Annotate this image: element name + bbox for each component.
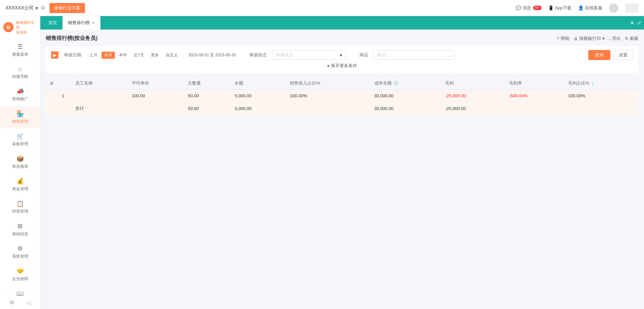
footer-settings: [46, 102, 58, 115]
template-print-button[interactable]: 🖨 按模板打印 ▾: [573, 36, 605, 42]
table-header-row: ⚙ 员工名称 平均单价 主数量 全额 销售收入占比% 成本全额 ⓘ: [46, 77, 639, 90]
col-avg-price: 平均单价: [128, 77, 184, 90]
refresh-label: 刷新: [630, 36, 639, 42]
sidebar-item-operations[interactable]: 📋 经营管理: [0, 196, 40, 218]
sidebar-item-marketing[interactable]: 📣 营销推广: [0, 84, 40, 106]
query-button[interactable]: 查询: [588, 50, 610, 60]
app-download-button[interactable]: 📱 App下载: [548, 5, 571, 11]
sidebar-item-search[interactable]: ☰ 搜索菜单: [0, 39, 40, 61]
expand-more-button[interactable]: ▾ 展开更多条件: [51, 63, 633, 69]
table-footer-row: 合计 50.00 5,000.00 30,000.00 -25,000.00: [46, 102, 639, 115]
col-rank: [58, 77, 71, 90]
sidebar-logo: 畅 畅康通好生意 标准版: [0, 16, 40, 39]
enterprise-icon: 🤝: [16, 267, 24, 275]
message-badge: 99+: [533, 6, 542, 10]
company-name: XXXXXX公司: [5, 5, 34, 11]
sidebar-item-sales[interactable]: 🏪 销售管理: [0, 106, 40, 128]
status-select[interactable]: 单据状态 ▾: [272, 50, 346, 60]
footer-gross-rate: [505, 102, 564, 115]
row-sales-pct: 100.00%: [286, 90, 370, 102]
expand-chevron-icon: ▾: [327, 63, 330, 68]
sidebar-collapse-button[interactable]: ◁: [27, 299, 31, 306]
sidebar-item-label: 营销推广: [12, 96, 28, 102]
home-icon: ⌂: [18, 65, 22, 72]
date-tab-more[interactable]: 更多: [148, 52, 162, 59]
page-header: 销售排行榜(按业务员) ? 帮助 🖨 按模板打印 ▾ ↓: [46, 35, 639, 42]
page-title: 销售排行榜(按业务员): [46, 35, 98, 42]
tab-close-icon[interactable]: ✕: [92, 20, 95, 25]
tab-sales-rank-label: 销售排行榜: [68, 20, 90, 26]
logo-icon: 畅: [3, 21, 14, 33]
col-cost: 成本全额 ⓘ: [370, 77, 441, 90]
logo-text: 畅康通好生意 标准版: [16, 20, 37, 35]
export-icon: ↓: [609, 36, 611, 41]
print-chevron-icon: ▾: [602, 36, 605, 41]
app-download-label: App下载: [555, 5, 571, 11]
sidebar-item-system[interactable]: ⚙ 系统管理: [0, 241, 40, 263]
footer-gross-pct: [564, 102, 639, 115]
refresh-button[interactable]: ↻ 刷新: [625, 36, 639, 42]
date-tab-7days[interactable]: 近7天: [131, 52, 147, 59]
system-icon: ⚙: [17, 245, 23, 252]
export-label: 导出: [612, 36, 621, 42]
cost-info-icon[interactable]: ⓘ: [394, 81, 398, 86]
table-row[interactable]: 1 100.00 50.00 5,000.00 100.00% 30,000.0…: [46, 90, 639, 102]
tab-sales-rank[interactable]: 销售排行榜 ✕: [62, 16, 100, 30]
online-service-button[interactable]: 👤 在线客服: [578, 5, 602, 11]
footer-sales-pct: [286, 102, 370, 115]
message-icon: 💬: [516, 5, 521, 10]
tab-bar: 首页 销售排行榜 ✕ ✕ ⤢: [40, 16, 644, 30]
filter-expand-arrow[interactable]: ▶: [51, 51, 58, 59]
purchase-icon: 🛒: [16, 133, 24, 140]
row-gross-pct: 100.00%: [564, 90, 639, 102]
sidebar-item-label: 库存核算: [12, 164, 28, 169]
guide-icon: 📖: [16, 290, 24, 296]
sidebar-item-enterprise[interactable]: 🤝 企业协同: [0, 263, 40, 286]
sidebar-item-purchase[interactable]: 🛒 采购管理: [0, 128, 40, 151]
setting-button[interactable]: 设置: [613, 50, 633, 60]
sidebar-nav: ☰ 搜索菜单 ⌂ 快捷导航 📣 营销推广 🏪 销售管理 🛒 采购管理: [0, 39, 40, 296]
goods-placeholder: 商品: [377, 52, 386, 58]
date-tab-prev[interactable]: 上月: [87, 52, 100, 59]
refresh-icon: ↻: [625, 36, 629, 41]
message-button[interactable]: 💬 消息 99+: [516, 5, 542, 11]
avatar[interactable]: [609, 3, 618, 13]
sidebar-item-label: 资金管理: [12, 186, 28, 192]
marketing-icon: 📣: [16, 88, 24, 95]
sidebar-item-label: 系统管理: [12, 254, 28, 259]
svg-text:畅: 畅: [6, 25, 11, 30]
settings-icon[interactable]: ⚙: [41, 5, 45, 11]
template-print-label: 按模板打印: [579, 36, 601, 42]
sidebar-item-shortcut[interactable]: ⌂ 快捷导航: [0, 61, 40, 84]
row-avg-price: 100.00: [128, 90, 184, 102]
tab-bar-close-button[interactable]: ✕: [630, 20, 634, 26]
tab-home-label: 首页: [48, 20, 57, 26]
company-selector[interactable]: XXXXXX公司 ▾: [5, 5, 38, 11]
sidebar-settings-button[interactable]: ⚙: [9, 299, 14, 306]
goods-input[interactable]: 商品 ...: [374, 50, 454, 60]
tab-bar-expand-button[interactable]: ⤢: [637, 20, 641, 26]
date-tab-year[interactable]: 本年: [116, 52, 130, 59]
sidebar-item-finance[interactable]: 💰 资金管理: [0, 173, 40, 196]
col-settings[interactable]: ⚙: [46, 77, 58, 90]
row-settings: [46, 90, 58, 102]
goods-label: 商品: [359, 52, 368, 58]
col-amount: 全额: [230, 77, 286, 90]
sidebar-bottom: ⚙ ◁: [0, 296, 40, 309]
date-tab-cur[interactable]: 本月: [101, 52, 115, 59]
sidebar-item-label: 企业协同: [12, 276, 28, 282]
date-range: 2023-06-01 至 2023-06-30: [188, 52, 236, 58]
export-button[interactable]: ↓ 导出: [609, 36, 621, 42]
gross-pct-info-icon[interactable]: ↕: [592, 81, 594, 86]
status-chevron-icon: ▾: [340, 53, 342, 58]
tab-home[interactable]: 首页: [43, 16, 62, 30]
sidebar-item-label: 基础信息: [12, 231, 28, 237]
footer-main-qty: 50.00: [184, 102, 230, 115]
help-label: 帮助: [561, 36, 569, 42]
trial-button[interactable]: 体验行业方案: [49, 3, 85, 13]
sidebar-item-inventory[interactable]: 📦 库存核算: [0, 151, 40, 173]
date-tab-custom[interactable]: 自定义: [163, 52, 180, 59]
sidebar-item-guide[interactable]: 📖 新手引导: [0, 286, 40, 296]
sidebar-item-basic[interactable]: ⊞ 基础信息: [0, 218, 40, 241]
help-button[interactable]: ? 帮助: [557, 36, 569, 42]
